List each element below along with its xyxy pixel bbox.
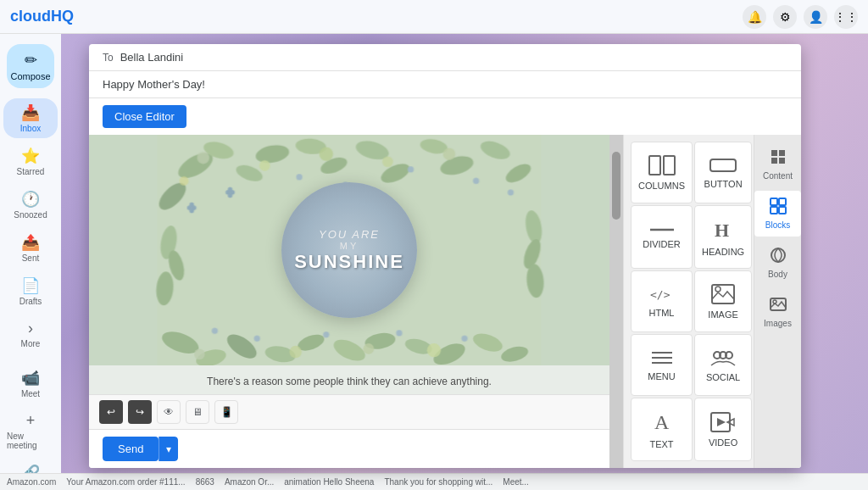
svg-point-4 <box>197 152 209 164</box>
email-text-section: There's a reason some people think they … <box>89 365 609 394</box>
block-text-label: TEXT <box>649 439 673 449</box>
notifications-icon[interactable]: 🔔 <box>743 5 766 29</box>
apps-icon[interactable]: ⋮⋮ <box>834 5 858 29</box>
undo-button[interactable]: ↩ <box>99 400 123 424</box>
block-menu-label: MENU <box>648 371 675 381</box>
svg-point-23 <box>194 348 205 359</box>
block-heading[interactable]: H HEADING <box>694 205 752 269</box>
block-image[interactable]: IMAGE <box>694 270 752 332</box>
social-icon <box>709 348 737 367</box>
svg-point-56 <box>212 328 218 334</box>
mobile-view-button[interactable]: 📱 <box>214 400 238 424</box>
columns-icon <box>648 155 676 175</box>
block-button[interactable]: BUTTON <box>694 142 752 203</box>
scrollbar-thumb[interactable] <box>612 152 620 220</box>
svg-point-53 <box>408 166 414 172</box>
block-social[interactable]: SOCIAL <box>694 334 752 396</box>
sunshine-text-my: MY <box>340 241 359 251</box>
email-modal: To Bella Landini Happy Mother's Day! Clo… <box>89 44 801 468</box>
block-html[interactable]: </> HTML <box>631 270 693 332</box>
sidebar-item-meet[interactable]: 📹 Meet <box>3 364 58 404</box>
svg-point-29 <box>363 343 374 354</box>
snoozed-icon: 🕐 <box>21 190 40 209</box>
menu-icon <box>650 349 674 366</box>
compose-button[interactable]: ✏ Compose <box>7 44 54 88</box>
bottom-bar: Amazon.com Your Amazon.com order #111...… <box>0 473 868 490</box>
content-tab-label: Content <box>763 171 793 181</box>
starred-label: Starred <box>17 167 45 176</box>
desktop-view-button[interactable]: 🖥 <box>186 400 209 424</box>
svg-text:</>: </> <box>650 288 670 301</box>
sidebar-item-drafts[interactable]: 📄 Drafts <box>3 271 58 311</box>
svg-rect-82 <box>779 158 785 164</box>
svg-point-8 <box>259 160 270 171</box>
settings-icon[interactable]: ⚙ <box>773 5 797 29</box>
left-sidebar: ✏ Compose 📥 Inbox ⭐ Starred 🕐 Snoozed 📤 … <box>0 34 61 490</box>
block-columns[interactable]: COLUMNS <box>631 142 693 203</box>
block-video[interactable]: VIDEO <box>694 398 752 461</box>
compose-label: Compose <box>10 71 50 81</box>
svg-point-51 <box>296 174 302 180</box>
sidebar-item-more[interactable]: › More <box>3 315 58 354</box>
scrollbar-area <box>609 135 623 468</box>
svg-rect-81 <box>771 158 777 164</box>
vtab-body[interactable]: Body <box>754 240 801 286</box>
preview-button[interactable]: 👁 <box>157 400 181 424</box>
status-animation: animation Hello Sheena <box>284 477 374 487</box>
new-meeting-icon: + <box>26 412 36 430</box>
svg-rect-79 <box>771 150 777 156</box>
svg-rect-84 <box>779 198 786 205</box>
sidebar-item-snoozed[interactable]: 🕐 Snoozed <box>3 185 58 225</box>
block-columns-label: COLUMNS <box>638 181 685 191</box>
user-icon[interactable]: 👤 <box>804 5 827 29</box>
divider-icon <box>648 226 676 234</box>
block-divider[interactable]: DIVIDER <box>631 205 693 269</box>
sidebar-item-starred[interactable]: ⭐ Starred <box>3 142 58 181</box>
sidebar-item-new-meeting[interactable]: + New meeting <box>3 407 58 455</box>
right-tabs-vertical: Content Blocks <box>754 135 801 468</box>
sidebar-item-sent[interactable]: 📤 Sent <box>3 228 58 268</box>
send-button[interactable]: Send <box>103 437 159 461</box>
vtab-blocks[interactable]: Blocks <box>754 191 801 237</box>
drafts-icon: 📄 <box>21 276 40 295</box>
sent-label: Sent <box>22 253 40 263</box>
body-tab-label: Body <box>768 270 787 279</box>
blocks-tab-label: Blocks <box>765 220 790 230</box>
svg-point-26 <box>289 345 302 358</box>
to-label: To <box>103 52 114 64</box>
close-editor-button[interactable]: Close Editor <box>103 105 186 128</box>
svg-text:H: H <box>715 220 729 241</box>
svg-rect-80 <box>779 150 785 156</box>
sent-icon: 📤 <box>21 233 40 252</box>
send-group: Send ▾ <box>103 437 178 461</box>
send-arrow-button[interactable]: ▾ <box>159 437 178 461</box>
status-number: 8663 <box>196 477 214 487</box>
svg-rect-61 <box>649 156 660 175</box>
email-to-value: Bella Landini <box>120 51 183 64</box>
vtab-images[interactable]: Images <box>754 289 801 335</box>
svg-rect-83 <box>771 198 777 205</box>
inbox-icon: 📥 <box>21 103 40 122</box>
html-icon: </> <box>648 286 676 303</box>
email-subject-row: Happy Mother's Day! <box>89 71 801 98</box>
svg-point-55 <box>508 189 514 195</box>
block-text[interactable]: A TEXT <box>631 398 693 461</box>
sidebar-item-inbox[interactable]: 📥 Inbox <box>3 98 58 138</box>
redo-button[interactable]: ↪ <box>128 400 152 424</box>
svg-point-60 <box>461 336 467 342</box>
meet-label: Meet <box>21 389 40 398</box>
images-tab-icon <box>770 296 787 316</box>
top-bar: cloudHQ 🔔 ⚙ 👤 ⋮⋮ <box>0 0 868 34</box>
block-heading-label: HEADING <box>702 247 744 257</box>
svg-point-58 <box>323 331 329 337</box>
block-menu[interactable]: MENU <box>631 334 693 396</box>
svg-point-57 <box>254 336 260 342</box>
sunshine-text-main: SUNSHINE <box>294 251 404 273</box>
right-panel: COLUMNS BUTTON DIVIDER <box>623 135 801 468</box>
top-bar-icons: 🔔 ⚙ 👤 ⋮⋮ <box>743 5 858 29</box>
svg-point-32 <box>427 343 441 357</box>
more-label: More <box>21 339 41 348</box>
vtab-content[interactable]: Content <box>754 142 801 187</box>
svg-point-5 <box>180 176 189 186</box>
heading-icon: H <box>711 218 735 242</box>
